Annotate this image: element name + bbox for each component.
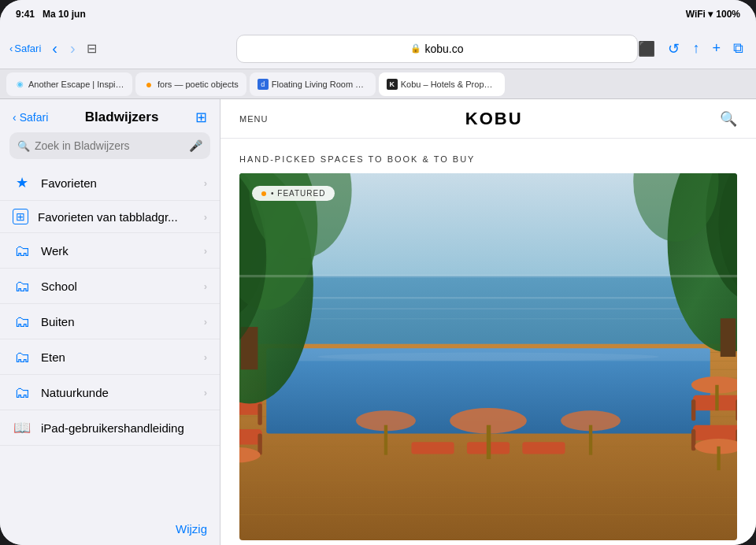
tab-bar: ◉ Another Escape | Inspir... ● fors — po… [0,69,756,99]
site-logo: KOBU [465,109,523,129]
address-bar[interactable]: 🔒 kobu.co [236,35,638,63]
tab-favicon-2: d [258,79,269,90]
refresh-button[interactable]: ↺ [665,37,683,61]
svg-rect-39 [715,385,718,411]
sidebar-grid-button[interactable]: ⊞ [195,109,207,126]
wifi-icon: WiFi ▾ [686,9,713,20]
featured-badge: • FEATURED [252,186,335,201]
tab-2[interactable]: d Floating Living Room Se... [250,72,376,96]
tab-label-0: Another Escape | Inspir... [28,80,124,89]
svg-rect-35 [693,425,737,441]
tab-label-1: fors — poetic objects [158,80,239,89]
airtab-button[interactable]: ⬛ [635,37,658,61]
svg-rect-2 [239,297,737,298]
svg-rect-27 [258,434,261,455]
folder-icon-buiten: 🗂 [13,312,32,331]
bookmark-item-buiten[interactable]: 🗂 Buiten › [0,304,220,339]
tab-label-2: Floating Living Room Se... [272,80,368,89]
chevron-right-icon-0: › [204,177,207,189]
back-button[interactable]: ‹ [47,36,62,61]
chevron-right-icon-5: › [204,351,207,363]
bookmark-item-ipad-manual[interactable]: 📖 iPad-gebruikershandleiding [0,410,220,446]
wijzig-button[interactable]: Wijzig [176,522,207,536]
chevron-back-icon: ‹ [13,111,17,124]
share-button[interactable]: ↑ [689,37,702,60]
bookmark-label-tabs: Favorieten van tabbladgr... [38,210,195,224]
chevron-right-icon-1: › [204,211,207,223]
bookmark-item-werk[interactable]: 🗂 Werk › [0,233,220,269]
sidebar-footer: Wijzig [0,513,220,545]
hero-section: HAND-PICKED SPACES TO BOOK & TO BUY [220,139,756,545]
bookmark-label-school: School [41,280,195,293]
tab-1[interactable]: ● fors — poetic objects [135,72,246,96]
sidebar-header: ‹ Safari Bladwijzers ⊞ [0,99,220,132]
ipad-frame: 9:41 Ma 10 jun WiFi ▾ 100% ‹ Safari ‹ › … [0,0,756,545]
chevron-right-icon-3: › [204,280,207,292]
toolbar-left: ‹ Safari ‹ › ⊟ [9,36,230,61]
bookmarks-list: ★ Favorieten › ⊞ Favorieten van tabbladg… [0,165,220,513]
svg-rect-42 [411,442,454,454]
tab-3[interactable]: K Kobu – Hotels & Propert... [379,72,505,96]
chevron-right-icon-2: › [204,245,207,257]
svg-rect-44 [522,442,565,454]
microphone-icon[interactable]: 🎤 [189,139,202,152]
svg-rect-57 [721,318,736,357]
tab-favicon-3: K [387,79,398,90]
status-time-date: 9:41 Ma 10 jun [16,9,86,20]
folder-icon-school: 🗂 [13,276,32,295]
svg-rect-50 [589,425,592,455]
featured-dot [261,191,266,196]
site-search-icon[interactable]: 🔍 [720,110,737,128]
main-area: ‹ Safari ‹ › ⊟ 🔒 kobu.co ⬛ ↺ ↑ + ⧉ [0,28,756,545]
safari-back-label: Safari [14,43,41,54]
tab-0[interactable]: ◉ Another Escape | Inspir... [6,72,132,96]
svg-rect-48 [384,425,387,455]
status-date: Ma 10 jun [43,9,86,20]
bookmark-item-tabs-favorieten[interactable]: ⊞ Favorieten van tabbladgr... › [0,201,220,233]
tabs-button[interactable]: ⧉ [730,37,747,60]
book-icon: 📖 [13,418,32,437]
star-icon: ★ [13,173,32,192]
hero-image-container: • FEATURED [239,173,737,540]
website-nav: MENU KOBU 🔍 [220,99,756,139]
add-button[interactable]: + [709,37,724,60]
web-content: MENU KOBU 🔍 HAND-PICKED SPACES TO BOOK &… [220,99,756,545]
address-url: kobu.co [424,43,463,55]
bookmark-label-natuurkunde: Natuurkunde [41,386,195,399]
battery-icon: 100% [716,9,740,20]
bookmark-label-buiten: Buiten [41,315,195,328]
tab-label-3: Kobu – Hotels & Propert... [401,80,497,89]
hero-image-svg [239,173,737,540]
status-bar: 9:41 Ma 10 jun WiFi ▾ 100% [0,0,756,28]
sidebar-back-label: Safari [20,111,49,124]
svg-rect-3 [239,308,737,310]
search-bar[interactable]: 🔍 🎤 [9,132,210,159]
bookmark-label-werk: Werk [41,244,195,258]
sidebar-back-button[interactable]: ‹ Safari [13,111,48,124]
sidebar-title: Bladwijzers [85,109,159,125]
folder-icon-eten: 🗂 [13,347,32,366]
bookmark-item-school[interactable]: 🗂 School › [0,269,220,304]
bookmark-item-natuurkunde[interactable]: 🗂 Natuurkunde › [0,375,220,410]
svg-rect-4 [239,318,737,319]
chevron-left-icon: ‹ [9,43,13,54]
site-menu-label: MENU [239,114,268,124]
search-icon: 🔍 [17,140,30,152]
forward-button[interactable]: › [65,36,80,61]
content-row: ‹ Safari Bladwijzers ⊞ 🔍 🎤 ★ [0,99,756,545]
safari-back-button[interactable]: ‹ Safari [9,43,41,54]
tabs-favorites-icon: ⊞ [13,209,28,224]
search-input[interactable] [35,139,184,152]
svg-rect-36 [691,429,695,450]
bookmark-label-favorieten: Favorieten [41,176,195,190]
bookmark-item-favorieten[interactable]: ★ Favorieten › [0,165,220,201]
svg-rect-34 [736,399,737,421]
folder-icon-natuurkunde: 🗂 [13,383,32,402]
svg-rect-32 [693,395,737,411]
reader-button[interactable]: ⊟ [83,38,100,59]
browser-toolbar: ‹ Safari ‹ › ⊟ 🔒 kobu.co ⬛ ↺ ↑ + ⧉ [0,28,756,69]
folder-icon-werk: 🗂 [13,241,32,260]
chevron-right-icon-4: › [204,316,207,328]
toolbar-right: ⬛ ↺ ↑ + ⧉ [644,37,747,61]
bookmark-item-eten[interactable]: 🗂 Eten › [0,339,220,375]
